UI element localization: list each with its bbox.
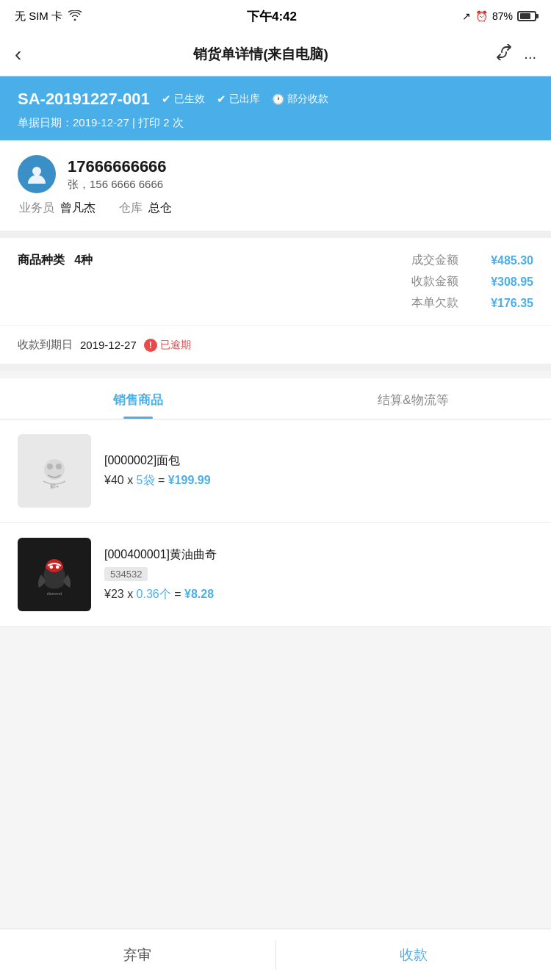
category-info: 商品种类 4种 <box>18 253 93 268</box>
bottom-bar: 弃审 收款 <box>0 929 551 980</box>
overdue-text: 已逾期 <box>160 339 191 352</box>
summary-grid: 商品种类 4种 成交金额 ¥485.30 收款金额 ¥308.95 本单欠款 ¥… <box>18 253 533 311</box>
svg-text:鲜+: 鲜+ <box>50 483 60 490</box>
customer-top: 17666666666 张，156 6666 6666 <box>18 155 533 193</box>
order-id-row: SA-20191227-001 ✔ 已生效 ✔ 已出库 🕐 部分收款 <box>18 90 533 109</box>
product-price-1: ¥40 x 5袋 = ¥199.99 <box>104 473 533 489</box>
received-label: 收款金额 <box>411 274 458 289</box>
alarm-icon: ⏰ <box>475 10 488 22</box>
customer-meta: 业务员 曾凡杰 仓库 总仓 <box>18 201 533 216</box>
status-partial: 🕐 部分收款 <box>272 93 328 106</box>
share-icon[interactable] <box>496 44 512 64</box>
product-list: 鲜+ [0000002]面包 ¥40 x 5袋 = ¥199.99 <box>0 419 551 627</box>
unit-price-2: ¥23 <box>104 588 124 600</box>
status-left: 无 SIM 卡 <box>15 10 82 24</box>
cancel-button[interactable]: 弃审 <box>0 929 276 980</box>
more-icon[interactable]: ... <box>524 46 536 62</box>
nav-actions: ... <box>478 44 536 64</box>
check-icon-1: ✔ <box>162 93 171 106</box>
customer-name-sub: 张，156 6666 6666 <box>68 178 167 192</box>
product-price-2: ¥23 x 0.36个 = ¥8.28 <box>104 587 533 602</box>
status-effective: ✔ 已生效 <box>162 93 205 106</box>
order-header: SA-20191227-001 ✔ 已生效 ✔ 已出库 🕐 部分收款 单据日期：… <box>0 76 551 140</box>
due-value: ¥176.35 <box>467 297 533 310</box>
battery-percent: 87% <box>492 10 513 22</box>
back-button[interactable]: ‹ <box>15 43 44 66</box>
product-sku-2: 534532 <box>104 567 148 581</box>
due-date-label: 收款到期日 <box>18 338 73 352</box>
status-bar: 无 SIM 卡 下午4:42 ↗ ⏰ 87% <box>0 0 551 32</box>
customer-card: 17666666666 张，156 6666 6666 业务员 曾凡杰 仓库 总… <box>0 140 551 231</box>
svg-point-1 <box>44 459 65 480</box>
customer-phone: 17666666666 <box>68 157 167 176</box>
svg-point-6 <box>49 565 53 569</box>
list-item: diamond [000400001]黄油曲奇 534532 ¥23 x 0.3… <box>0 523 551 627</box>
warehouse-value: 总仓 <box>148 201 172 216</box>
tab-settlement[interactable]: 结算&物流等 <box>276 378 551 419</box>
nav-bar: ‹ 销货单详情(来自电脑) ... <box>0 32 551 76</box>
overdue-icon: ! <box>144 339 157 352</box>
list-item: 鲜+ [0000002]面包 ¥40 x 5袋 = ¥199.99 <box>0 419 551 523</box>
unit-price-1: ¥40 <box>104 474 124 486</box>
qty-1: 5袋 <box>137 474 155 486</box>
tabs-bar: 销售商品 结算&物流等 <box>0 378 551 419</box>
page-title: 销货单详情(来自电脑) <box>44 45 478 64</box>
due-date-value: 2019-12-27 <box>80 339 137 351</box>
summary-section: 商品种类 4种 成交金额 ¥485.30 收款金额 ¥308.95 本单欠款 ¥… <box>0 238 551 325</box>
category-value: 4种 <box>74 253 93 266</box>
category-label: 商品种类 <box>18 253 65 266</box>
total-2: ¥8.28 <box>184 588 214 600</box>
wifi-icon <box>68 10 82 23</box>
order-date: 单据日期：2019-12-27 | 打印 2 次 <box>18 116 533 130</box>
product-name-2: [000400001]黄油曲奇 <box>104 547 533 563</box>
bottom-spacer <box>0 627 551 685</box>
product-info-2: [000400001]黄油曲奇 534532 ¥23 x 0.36个 = ¥8.… <box>104 547 533 602</box>
customer-info: 17666666666 张，156 6666 6666 <box>68 157 167 192</box>
product-thumb-1: 鲜+ <box>18 434 91 508</box>
due-date-section: 收款到期日 2019-12-27 ! 已逾期 <box>0 325 551 364</box>
svg-text:diamond: diamond <box>47 591 62 596</box>
product-info-1: [0000002]面包 ¥40 x 5袋 = ¥199.99 <box>104 453 533 489</box>
warehouse-label: 仓库 <box>119 201 143 216</box>
deal-amount-row: 成交金额 ¥485.30 <box>411 253 533 268</box>
clock-icon: 🕐 <box>272 93 284 105</box>
received-row: 收款金额 ¥308.95 <box>411 274 533 289</box>
status-time: 下午4:42 <box>247 8 297 25</box>
received-value: ¥308.95 <box>467 275 533 289</box>
due-row: 本单欠款 ¥176.35 <box>411 295 533 311</box>
tab-sales[interactable]: 销售商品 <box>0 378 276 419</box>
total-1: ¥199.99 <box>168 474 211 486</box>
svg-point-3 <box>56 464 62 469</box>
sales-person: 业务员 曾凡杰 <box>19 201 96 216</box>
status-right: ↗ ⏰ 87% <box>462 10 536 22</box>
status-shipped: ✔ 已出库 <box>217 93 260 106</box>
confirm-button[interactable]: 收款 <box>276 929 552 980</box>
divider-2 <box>0 364 551 371</box>
divider-1 <box>0 231 551 238</box>
svg-point-2 <box>47 464 53 469</box>
due-label: 本单欠款 <box>411 295 458 311</box>
product-thumb-2: diamond <box>18 538 91 611</box>
order-id: SA-20191227-001 <box>18 90 150 109</box>
warehouse: 仓库 总仓 <box>119 201 172 216</box>
battery-indicator <box>517 11 536 21</box>
qty-2: 0.36个 <box>137 588 171 600</box>
product-name-1: [0000002]面包 <box>104 453 533 469</box>
check-icon-2: ✔ <box>217 93 226 106</box>
amount-info: 成交金额 ¥485.30 收款金额 ¥308.95 本单欠款 ¥176.35 <box>411 253 533 311</box>
carrier-text: 无 SIM 卡 <box>15 10 62 24</box>
sales-value: 曾凡杰 <box>60 201 96 216</box>
svg-point-7 <box>56 565 60 569</box>
deal-amount-value: ¥485.30 <box>467 254 533 267</box>
sales-label: 业务员 <box>19 201 54 216</box>
location-icon: ↗ <box>462 10 471 22</box>
avatar <box>18 155 56 193</box>
deal-amount-label: 成交金额 <box>411 253 458 268</box>
overdue-badge: ! 已逾期 <box>144 339 191 352</box>
svg-point-0 <box>32 167 41 176</box>
